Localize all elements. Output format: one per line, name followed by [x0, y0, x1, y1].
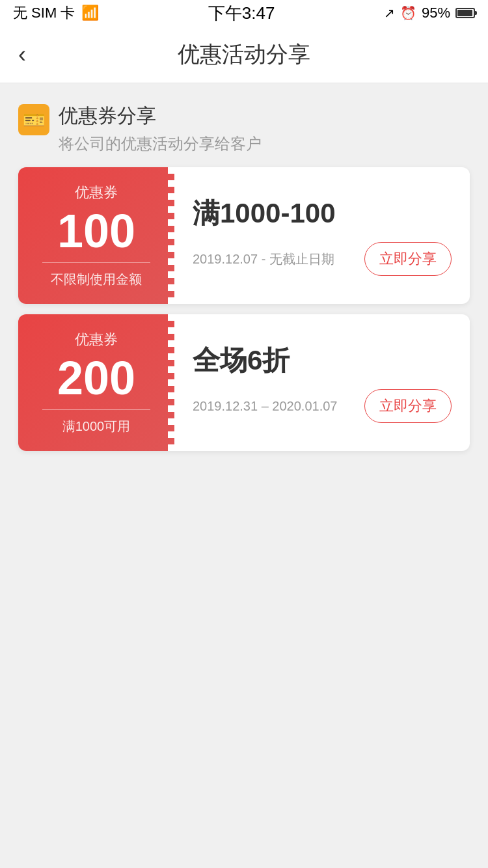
share-button-1[interactable]: 立即分享: [364, 242, 452, 276]
alarm-icon: ⏰: [400, 5, 416, 21]
coupon-condition-2: 满1000可用: [62, 418, 131, 435]
page-background: [0, 470, 488, 731]
page-title: 优惠活动分享: [178, 40, 310, 70]
coupon-amount-2: 200: [57, 355, 135, 401]
coupon-left-1: 优惠券 100 不限制使用金额: [18, 167, 174, 304]
section-icon: 🎫: [18, 104, 49, 135]
coupon-condition-1: 不限制使用金额: [51, 271, 142, 288]
nav-bar: ‹ 优惠活动分享: [0, 26, 488, 83]
back-button[interactable]: ‹: [18, 41, 26, 68]
coupon-label-2: 优惠券: [75, 330, 118, 349]
section-text: 优惠券分享 将公司的优惠活动分享给客户: [59, 103, 262, 154]
coupon-divider-1: [42, 262, 150, 263]
battery-percent: 95%: [422, 5, 450, 21]
coupon-right-2: 全场6折 2019.12.31 – 2020.01.07 立即分享: [174, 314, 470, 451]
coupon-label-1: 优惠券: [75, 183, 118, 202]
carrier-text: 无 SIM 卡: [13, 3, 75, 23]
coupon-amount-1: 100: [57, 208, 135, 254]
coupon-divider-2: [42, 409, 150, 410]
status-right: ↗ ⏰ 95%: [384, 5, 475, 21]
coupon-right-1: 满1000-100 2019.12.07 - 无截止日期 立即分享: [174, 167, 470, 304]
coupon-card-1: 优惠券 100 不限制使用金额 满1000-100 2019.12.07 - 无…: [18, 167, 470, 304]
location-icon: ↗: [384, 5, 395, 21]
section-subtitle: 将公司的优惠活动分享给客户: [59, 133, 262, 154]
status-left: 无 SIM 卡 📶: [13, 3, 99, 23]
coupon-name-2: 全场6折: [193, 342, 452, 379]
coupon-meta-1: 2019.12.07 - 无截止日期 立即分享: [193, 242, 452, 276]
share-button-2[interactable]: 立即分享: [364, 389, 452, 423]
coupon-name-1: 满1000-100: [193, 195, 452, 232]
status-bar: 无 SIM 卡 📶 下午3:47 ↗ ⏰ 95%: [0, 0, 488, 26]
status-time: 下午3:47: [208, 2, 275, 25]
battery-icon: [455, 8, 475, 18]
section-header: 🎫 优惠券分享 将公司的优惠活动分享给客户: [0, 83, 488, 167]
wifi-icon: 📶: [81, 5, 99, 21]
coupon-meta-2: 2019.12.31 – 2020.01.07 立即分享: [193, 389, 452, 423]
coupon-left-2: 优惠券 200 满1000可用: [18, 314, 174, 451]
coupon-list: 优惠券 100 不限制使用金额 满1000-100 2019.12.07 - 无…: [0, 167, 488, 470]
coupon-card-2: 优惠券 200 满1000可用 全场6折 2019.12.31 – 2020.0…: [18, 314, 470, 451]
section-title: 优惠券分享: [59, 103, 262, 129]
coupon-date-2: 2019.12.31 – 2020.01.07: [193, 399, 357, 414]
coupon-date-1: 2019.12.07 - 无截止日期: [193, 251, 357, 268]
